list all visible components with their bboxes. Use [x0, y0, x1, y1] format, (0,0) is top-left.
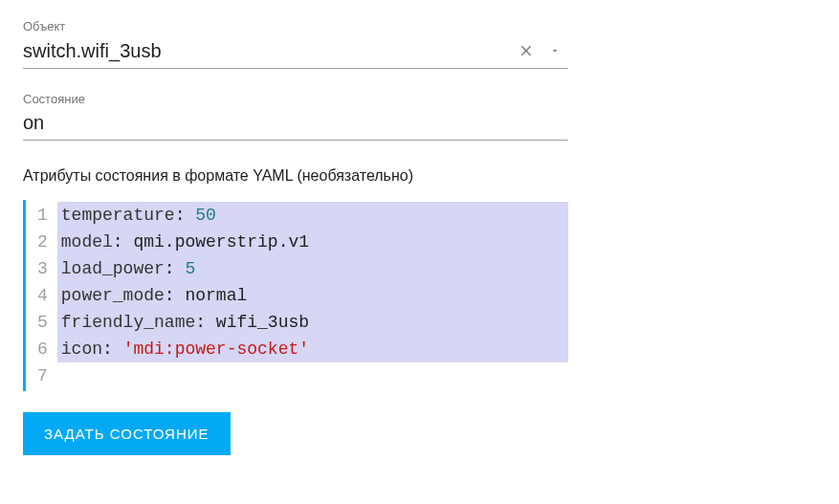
entity-field-group: Объект	[23, 19, 816, 69]
line-number: 1	[35, 202, 50, 229]
line-number: 7	[35, 362, 50, 389]
code-line: temperature: 50	[57, 202, 568, 229]
state-input[interactable]	[23, 112, 568, 134]
state-label: Состояние	[23, 92, 816, 106]
code-line: icon: 'mdi:power-socket'	[57, 336, 568, 362]
line-number: 6	[35, 336, 50, 362]
code-content[interactable]: temperature: 50model: qmi.powerstrip.v1l…	[57, 200, 568, 391]
entity-label: Объект	[23, 19, 816, 33]
code-line	[57, 362, 568, 389]
dropdown-icon[interactable]	[541, 41, 568, 60]
attributes-label: Атрибуты состояния в формате YAML (необя…	[23, 167, 816, 185]
line-number: 5	[35, 309, 50, 336]
code-line: model: qmi.powerstrip.v1	[57, 229, 568, 255]
set-state-button[interactable]: ЗАДАТЬ СОСТОЯНИЕ	[23, 412, 231, 455]
entity-input[interactable]	[23, 40, 511, 62]
clear-icon[interactable]	[511, 39, 541, 62]
line-gutter: 1234567	[26, 200, 57, 391]
line-number: 3	[35, 255, 50, 282]
code-line: power_mode: normal	[57, 282, 568, 309]
yaml-editor[interactable]: 1234567 temperature: 50model: qmi.powers…	[23, 200, 568, 391]
entity-input-row	[23, 37, 568, 69]
state-field-group: Состояние	[23, 92, 816, 141]
code-line: load_power: 5	[57, 255, 568, 282]
state-input-row	[23, 110, 568, 141]
line-number: 2	[35, 229, 50, 255]
code-line: friendly_name: wifi_3usb	[57, 309, 568, 336]
line-number: 4	[35, 282, 50, 309]
